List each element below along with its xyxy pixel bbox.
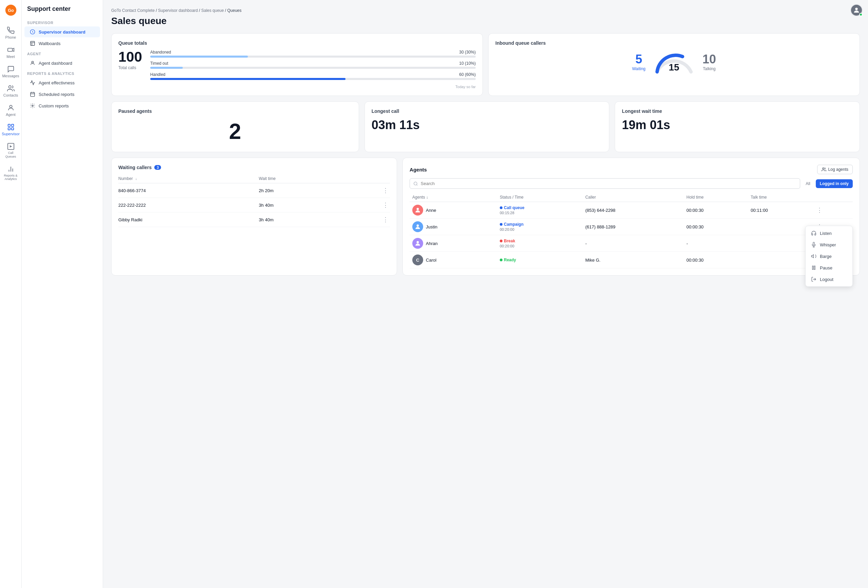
context-menu-logout[interactable]: Logout: [806, 274, 852, 285]
filter-all[interactable]: All: [803, 179, 813, 188]
sidebar-item-custom-reports[interactable]: Custom reports: [24, 100, 100, 111]
wait-time: 2h 20m: [259, 183, 345, 198]
col-number[interactable]: Number ↓: [118, 174, 259, 183]
wait-time: 3h 40m: [259, 198, 345, 212]
breadcrumb-sales-queue[interactable]: Sales queue: [201, 8, 224, 13]
search-input[interactable]: [421, 181, 797, 186]
agent-menu-button[interactable]: ⋮: [815, 206, 824, 214]
table-row: C Carol Ready Mike G. 00:00:30 ⋮: [410, 252, 853, 268]
abandoned-label: Abandoned: [150, 50, 171, 55]
row-menu-button[interactable]: ⋮: [381, 186, 390, 195]
queue-totals-card: Queue totals 100 Total calls Abandoned 3…: [111, 33, 483, 96]
timedout-bar-track: [150, 67, 476, 69]
context-menu-whisper[interactable]: Whisper: [806, 239, 852, 251]
table-row: 840-866-3774 2h 20m ⋮: [118, 183, 390, 198]
svg-rect-19: [31, 93, 35, 97]
section-label-supervisor: Supervisor: [22, 18, 103, 26]
longest-wait-value: 19m 01s: [622, 118, 853, 132]
timedout-bar-fill: [150, 67, 183, 69]
sidebar-item-supervisor-dashboard[interactable]: Supervisor dashboard: [24, 27, 100, 37]
svg-point-24: [822, 168, 824, 169]
agents-card: Agents Log agents All Logged in only: [403, 158, 860, 276]
supervisor-dashboard-label: Supervisor dashboard: [38, 29, 86, 35]
handled-bar-track: [150, 78, 476, 80]
status-label: Campaign: [500, 222, 580, 227]
sidebar-item-wallboards[interactable]: Wallboards: [24, 38, 100, 49]
menu-item-label: Whisper: [820, 242, 836, 248]
row-menu-button[interactable]: ⋮: [381, 201, 390, 209]
col-wait-time: Wait time: [259, 174, 345, 183]
status-dot: [500, 259, 502, 261]
col-agents[interactable]: Agents ↓: [410, 193, 497, 202]
agent-dashboard-label: Agent dashboard: [38, 60, 72, 66]
timedout-value: 10 (10%): [459, 61, 476, 66]
caller-cell: -: [583, 235, 683, 252]
talk-time-cell: [748, 235, 812, 252]
col-status: Status / Time: [497, 193, 583, 202]
sidebar-item-meet[interactable]: Meet: [1, 43, 20, 61]
longest-call-title: Longest call: [372, 108, 602, 114]
svg-rect-15: [31, 41, 35, 46]
wallboards-label: Wallboards: [38, 41, 61, 46]
bottom-row: Waiting callers 3 Number ↓ Wait time 840…: [111, 158, 860, 276]
hold-time-cell: 00:00:30: [683, 252, 748, 268]
custom-reports-label: Custom reports: [38, 103, 69, 108]
log-agents-button[interactable]: Log agents: [817, 165, 853, 174]
goto-logo[interactable]: Go: [5, 4, 17, 17]
total-calls-number: 100: [118, 50, 142, 64]
sidebar-item-supervisor[interactable]: Supervisor: [1, 121, 20, 139]
icon-bar: Go Phone Meet Messages Contacts Agent Su…: [0, 0, 22, 588]
breadcrumb-queues: Queues: [227, 8, 241, 13]
menu-item-label: Logout: [820, 277, 833, 282]
svg-marker-30: [811, 255, 813, 258]
sidebar-item-messages[interactable]: Messages: [1, 63, 20, 81]
hold-time-cell: -: [683, 235, 748, 252]
avatar: C: [412, 255, 423, 265]
main-content: GoTo Contact Complete / Supervisor dashb…: [103, 0, 868, 588]
context-menu-listen[interactable]: Listen: [806, 227, 852, 239]
sidebar-item-agent-effectiveness[interactable]: Agent effectivness: [24, 77, 100, 88]
sidebar-item-contacts[interactable]: Contacts: [1, 82, 20, 100]
breadcrumb-supervisor[interactable]: Supervisor dashboard: [158, 8, 198, 13]
status-time: 00:15:28: [500, 211, 580, 215]
status-label: Break: [500, 239, 580, 243]
filter-logged-in[interactable]: Logged in only: [816, 179, 853, 188]
messages-label: Messages: [2, 74, 19, 78]
col-caller: Caller: [583, 193, 683, 202]
hold-time-cell: 00:00:30: [683, 219, 748, 235]
gauge-center-number: 15: [669, 62, 679, 73]
context-menu-pause[interactable]: Pause: [806, 262, 852, 274]
agent-name: Anne: [426, 208, 436, 213]
context-menu: ListenWhisperBargePauseLogout: [805, 226, 853, 287]
breadcrumb-goto[interactable]: GoTo Contact Complete: [111, 8, 155, 13]
scheduled-reports-label: Scheduled reports: [38, 92, 75, 97]
status-dot: [500, 206, 502, 209]
inbound-card: Inbound queue callers 5 Waiting 15: [488, 33, 860, 96]
caller-number: Gibby Radki: [118, 212, 259, 227]
sidebar-item-agent[interactable]: Agent: [1, 101, 20, 119]
sidebar-item-call-queues[interactable]: Call Queues: [1, 140, 20, 161]
abandoned-bar-fill: [150, 56, 248, 57]
today-label: Today so far: [150, 85, 476, 89]
sidebar-item-scheduled-reports[interactable]: Scheduled reports: [24, 89, 100, 100]
breadcrumb: GoTo Contact Complete / Supervisor dashb…: [111, 8, 860, 13]
agents-title: Agents: [410, 167, 427, 172]
context-menu-barge[interactable]: Barge: [806, 251, 852, 262]
agents-sort-icon: ↓: [426, 195, 428, 200]
table-row: Ahran Break 00:20:00 - - ⋮: [410, 235, 853, 252]
total-calls-label: Total calls: [118, 65, 142, 70]
svg-line-26: [417, 184, 418, 185]
svg-rect-8: [8, 128, 10, 130]
log-agents-label: Log agents: [828, 167, 848, 172]
sidebar-item-reports[interactable]: Reports & Analytics: [1, 163, 20, 184]
menu-item-label: Listen: [820, 231, 832, 236]
sidebar-item-phone[interactable]: Phone: [1, 24, 20, 42]
talk-time-cell: [748, 219, 812, 235]
contacts-label: Contacts: [3, 93, 18, 97]
svg-point-29: [417, 241, 419, 243]
svg-rect-9: [11, 128, 13, 130]
longest-wait-title: Longest wait time: [622, 108, 853, 114]
sidebar-item-agent-dashboard[interactable]: Agent dashboard: [24, 57, 100, 68]
svg-point-23: [32, 105, 33, 106]
row-menu-button[interactable]: ⋮: [381, 215, 390, 224]
